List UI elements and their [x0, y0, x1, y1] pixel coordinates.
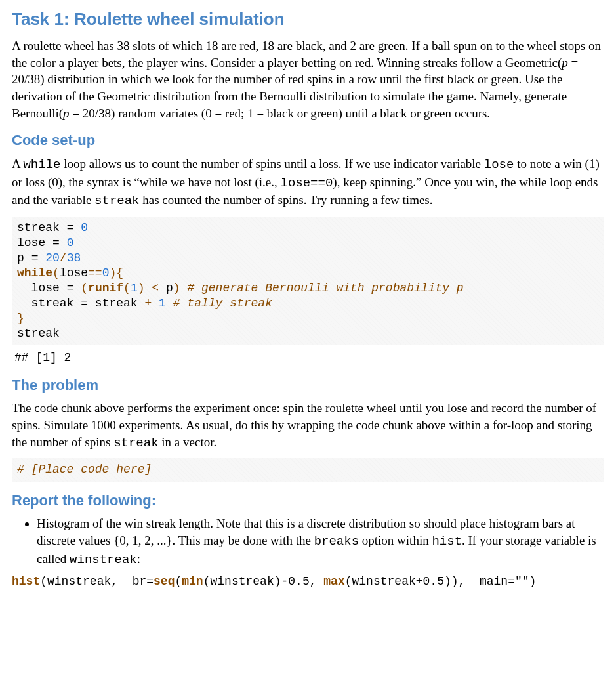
task-intro: A roulette wheel has 38 slots of which 1… [12, 37, 604, 121]
code-setup-intro: A while loop allows us to count the numb… [12, 156, 604, 210]
code-output: ## [1] 2 [12, 350, 604, 366]
heading-code-setup: Code set-up [12, 131, 604, 150]
task-title: Task 1: Roulette wheel simulation [12, 8, 604, 31]
code-block-placeholder: # [Place code here] [12, 458, 604, 481]
code-block-setup: streak = 0 lose = 0 p = 20/38 while(lose… [12, 217, 604, 345]
hist-code-line: hist(winstreak, br=seq(min(winstreak)-0.… [12, 574, 604, 589]
report-list: Histogram of the win streak length. Note… [12, 515, 604, 568]
report-bullet-1: Histogram of the win streak length. Note… [37, 515, 604, 568]
heading-problem: The problem [12, 375, 604, 395]
problem-body: The code chunk above performs the experi… [12, 400, 604, 452]
heading-report: Report the following: [12, 491, 604, 511]
